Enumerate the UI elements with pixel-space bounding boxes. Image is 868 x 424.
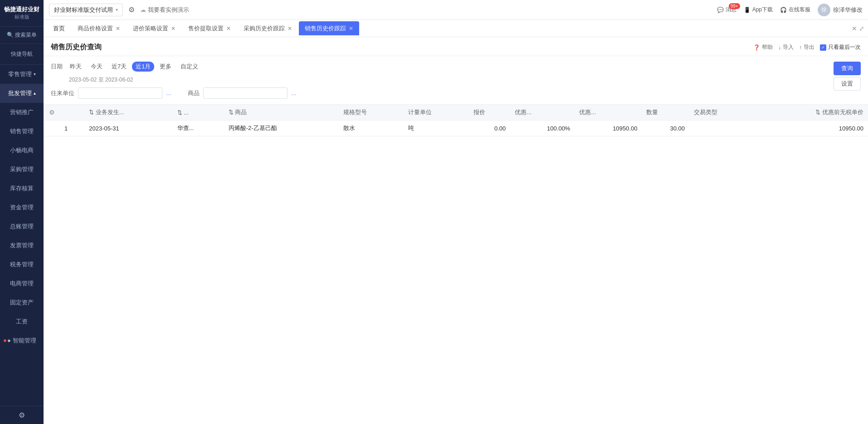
module-label: 好业财标准版交付试用 [54, 6, 113, 14]
date-filter-label: 日期 [51, 63, 63, 71]
date-opt-last1m[interactable]: 近1月 [132, 62, 154, 72]
sidebar-item-marketing[interactable]: 营销推广 [0, 103, 44, 122]
export-button[interactable]: ↑ 导出 [799, 43, 814, 51]
wholesale-label: 批发管理 [8, 89, 32, 97]
tab-purchase-strategy-label: 进价策略设置 [133, 24, 168, 33]
sales-label: 销售管理 [10, 127, 34, 135]
topbar-settings-icon[interactable]: ⚙ [128, 5, 135, 14]
sidebar-item-purchase[interactable]: 采购管理 [0, 160, 44, 179]
source-unit-filter-group: 往来单位 … [51, 87, 173, 99]
help-icon: ❓ [753, 44, 760, 51]
th-product-label: 商品 [235, 109, 247, 116]
product-filter-group: 商品 … [188, 87, 298, 99]
app-logo[interactable]: 畅捷通好业财 标准版 [0, 0, 44, 27]
window-maximize-icon[interactable]: ⤢ [859, 25, 864, 32]
topbar: 好业财标准版交付试用 ▾ ⚙ ☁ 我要看实例演示 💬 消息 99+ 📱 App下… [44, 0, 868, 20]
sidebar-item-invoice[interactable]: 发票管理 [0, 236, 44, 255]
tab-sale-extract[interactable]: 售价提取设置 ✕ [182, 21, 237, 35]
window-close-icon[interactable]: ✕ [852, 25, 857, 32]
tab-purchase-history-close-icon[interactable]: ✕ [288, 25, 292, 32]
tab-product-price-close-icon[interactable]: ✕ [116, 25, 120, 32]
app-edition: 标准版 [4, 14, 40, 20]
sidebar-item-inventory[interactable]: 库存核算 [0, 179, 44, 198]
th-biz-date[interactable]: ⇅ 业务发生... [84, 105, 172, 120]
online-service-label: 在线客服 [789, 6, 810, 14]
tab-home[interactable]: 首页 [47, 21, 71, 35]
column-settings-icon[interactable]: ⚙ [49, 109, 55, 116]
page-content: 销售历史价查询 ❓ 帮助 ↓ 导入 ↑ 导出 ✓ [44, 37, 868, 424]
demo-button[interactable]: ☁ 我要看实例演示 [140, 6, 712, 14]
tab-purchase-strategy-close-icon[interactable]: ✕ [171, 25, 176, 32]
app-download-label: App下载 [752, 6, 773, 14]
import-icon: ↓ [778, 44, 781, 51]
date-opt-custom[interactable]: 自定义 [177, 62, 202, 72]
page-title: 销售历史价查询 [51, 43, 102, 52]
product-more-btn[interactable]: … [289, 88, 298, 98]
th-more[interactable]: ⇅ ... [173, 105, 224, 120]
tab-product-price[interactable]: 商品价格设置 ✕ [72, 21, 126, 35]
date-opt-last7[interactable]: 近7天 [108, 62, 130, 72]
tab-sale-extract-close-icon[interactable]: ✕ [226, 25, 231, 32]
th-index [60, 105, 84, 120]
settings-button[interactable]: 设置 [834, 77, 861, 91]
import-button[interactable]: ↓ 导入 [778, 43, 794, 51]
th-product[interactable]: ⇅ 商品 [224, 105, 339, 120]
date-opt-more[interactable]: 更多 [156, 62, 175, 72]
sidebar-item-fixed-assets[interactable]: 固定资产 [0, 293, 44, 312]
capital-label: 资金管理 [10, 203, 34, 212]
app-download-button[interactable]: 📱 App下载 [744, 6, 773, 14]
inventory-label: 库存核算 [10, 184, 34, 193]
sidebar-item-ecom-lite[interactable]: 小畅电商 [0, 141, 44, 160]
filter-area: 日期 昨天 今天 近7天 近1月 更多 自定义 2023-05-02 至 202… [44, 56, 868, 105]
sidebar-item-wholesale[interactable]: 批发管理 ▴ [0, 84, 44, 103]
th-spec-label: 规格型号 [343, 109, 367, 116]
th-unit-label: 计量单位 [408, 109, 432, 116]
only-last-checkbox-group[interactable]: ✓ 只看最后一次 [820, 43, 861, 51]
online-service-button[interactable]: 🎧 在线客服 [780, 6, 810, 14]
retail-label: 零售管理 [8, 70, 32, 78]
mobile-icon: 📱 [744, 7, 751, 13]
sidebar-search[interactable]: 🔍 搜索菜单 [0, 27, 44, 44]
filter-date-group: 日期 昨天 今天 近7天 近1月 更多 自定义 2023-05-02 至 202… [51, 62, 823, 84]
wholesale-arrow-icon: ▴ [34, 91, 36, 96]
product-input[interactable] [203, 87, 288, 99]
source-unit-more-btn[interactable]: … [164, 88, 173, 98]
sidebar-item-quick-nav[interactable]: 快捷导航 [0, 47, 44, 62]
sidebar-item-smart-mgmt[interactable]: ● 智能管理 [0, 331, 44, 350]
sidebar-item-sales[interactable]: 销售管理 [0, 122, 44, 141]
th-trade-type-label: 交易类型 [694, 109, 717, 116]
th-discount-pct-label: 优惠... [515, 109, 532, 116]
source-unit-label: 往来单位 [51, 89, 74, 97]
tab-purchase-strategy[interactable]: 进价策略设置 ✕ [127, 21, 181, 35]
date-opt-yesterday[interactable]: 昨天 [66, 62, 85, 72]
cloud-icon: ☁ [140, 6, 146, 13]
product-label: 商品 [188, 89, 200, 97]
messages-button[interactable]: 💬 消息 99+ [717, 6, 736, 14]
sidebar-item-tax[interactable]: 税务管理 [0, 255, 44, 274]
source-unit-input[interactable] [78, 87, 162, 99]
date-opt-today[interactable]: 今天 [87, 62, 106, 72]
user-menu[interactable]: 徐 徐泽华修改 [818, 4, 863, 16]
help-button[interactable]: ❓ 帮助 [753, 43, 773, 51]
sidebar-item-payroll[interactable]: 工资 [0, 312, 44, 331]
sidebar-item-general-ledger[interactable]: 总账管理 [0, 217, 44, 236]
tab-sales-history-close-icon[interactable]: ✕ [349, 25, 353, 32]
marketing-label: 营销推广 [10, 108, 34, 116]
module-selector[interactable]: 好业财标准版交付试用 ▾ [49, 4, 123, 16]
tab-sales-history[interactable]: 销售历史价跟踪 ✕ [299, 21, 359, 35]
sidebar-item-retail[interactable]: 零售管理 ▾ [0, 65, 44, 84]
smart-mgmt-label: 智能管理 [13, 337, 36, 345]
tab-purchase-history[interactable]: 采购历史价跟踪 ✕ [238, 21, 298, 35]
data-table: ⚙ ⇅ 业务发生... ⇅ ... [44, 105, 868, 136]
tab-home-label: 首页 [53, 24, 65, 33]
th-unit: 计量单位 [404, 105, 468, 120]
td-discount-pct: 100.00% [510, 120, 575, 136]
sidebar-item-capital[interactable]: 资金管理 [0, 198, 44, 217]
sidebar-item-ecom[interactable]: 电商管理 [0, 274, 44, 293]
settings-icon[interactable]: ⚙ [19, 411, 25, 419]
td-discount-price: 10950.00 [575, 120, 642, 136]
search-button[interactable]: 查询 [834, 62, 861, 75]
only-last-checkbox[interactable]: ✓ [820, 44, 826, 51]
page-header-actions: ❓ 帮助 ↓ 导入 ↑ 导出 ✓ 只看最后一次 [753, 43, 861, 51]
td-trade-type [689, 120, 754, 136]
